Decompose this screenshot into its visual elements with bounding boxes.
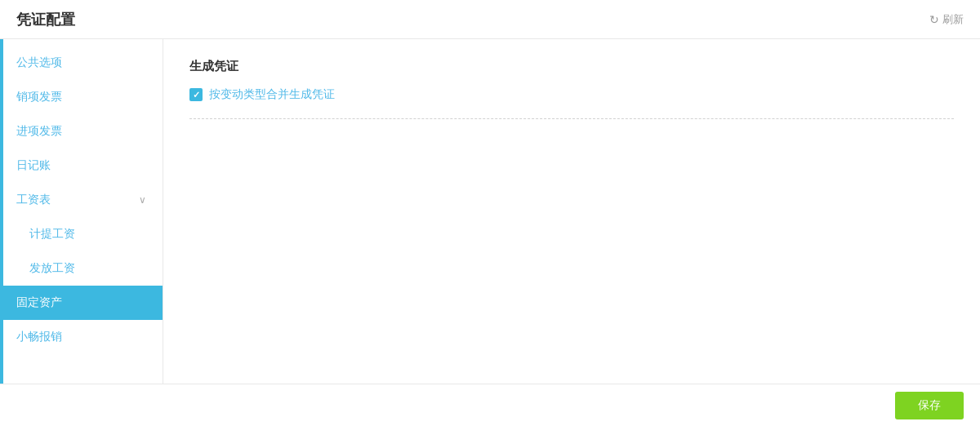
sidebar-item-label: 计提工资 bbox=[29, 227, 75, 242]
sidebar-item-label: 进项发票 bbox=[16, 124, 62, 139]
sidebar-item-payroll-pay[interactable]: 发放工资 bbox=[0, 251, 163, 286]
merge-checkbox-label[interactable]: 按变动类型合并生成凭证 bbox=[209, 87, 335, 102]
section-divider bbox=[189, 118, 954, 119]
sidebar-item-label: 固定资产 bbox=[16, 295, 62, 310]
sidebar-item-label: 公共选项 bbox=[16, 55, 62, 70]
left-accent-bar bbox=[0, 39, 3, 384]
sidebar-item-payroll-table[interactable]: 工资表∨ bbox=[0, 183, 163, 217]
chevron-down-icon: ∨ bbox=[139, 194, 146, 206]
save-button[interactable]: 保存 bbox=[895, 392, 964, 419]
sidebar-item-expense-report[interactable]: 小畅报销 bbox=[0, 320, 163, 354]
refresh-button[interactable]: ↻ 刷新 bbox=[929, 12, 964, 27]
body: 公共选项销项发票进项发票日记账工资表∨计提工资发放工资固定资产小畅报销 生成凭证… bbox=[0, 39, 980, 384]
sidebar-item-journal[interactable]: 日记账 bbox=[0, 149, 163, 183]
footer: 保存 bbox=[0, 384, 980, 426]
merge-checkbox[interactable] bbox=[189, 88, 203, 101]
main-content: 生成凭证 按变动类型合并生成凭证 bbox=[163, 39, 980, 384]
sidebar-item-sales-invoice[interactable]: 销项发票 bbox=[0, 80, 163, 114]
sidebar: 公共选项销项发票进项发票日记账工资表∨计提工资发放工资固定资产小畅报销 bbox=[0, 39, 163, 384]
refresh-label: 刷新 bbox=[942, 12, 964, 27]
page-title: 凭证配置 bbox=[16, 10, 75, 29]
sidebar-item-fixed-assets[interactable]: 固定资产 bbox=[0, 286, 163, 320]
sidebar-item-label: 销项发票 bbox=[16, 90, 62, 104]
sidebar-item-label: 发放工资 bbox=[29, 261, 75, 276]
sidebar-item-label: 日记账 bbox=[16, 158, 51, 173]
refresh-icon: ↻ bbox=[929, 13, 939, 26]
sidebar-item-public-options[interactable]: 公共选项 bbox=[0, 46, 163, 80]
checkbox-row: 按变动类型合并生成凭证 bbox=[189, 87, 954, 102]
header: 凭证配置 ↻ 刷新 bbox=[0, 0, 980, 39]
page-wrapper: 凭证配置 ↻ 刷新 公共选项销项发票进项发票日记账工资表∨计提工资发放工资固定资… bbox=[0, 0, 980, 426]
section-title: 生成凭证 bbox=[189, 59, 954, 74]
sidebar-item-label: 工资表 bbox=[16, 193, 51, 207]
sidebar-item-label: 小畅报销 bbox=[16, 330, 62, 344]
sidebar-item-purchase-invoice[interactable]: 进项发票 bbox=[0, 114, 163, 149]
sidebar-item-payroll-calc[interactable]: 计提工资 bbox=[0, 217, 163, 251]
